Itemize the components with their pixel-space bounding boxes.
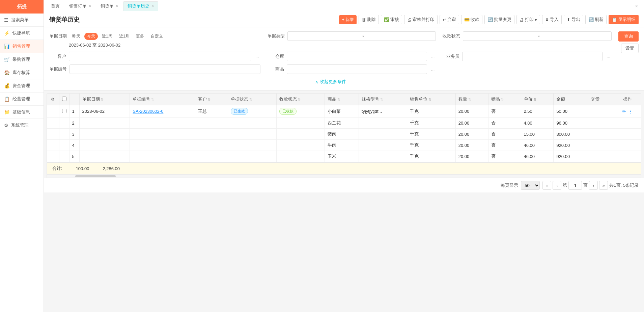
- td-amount-1: 50.00: [554, 105, 588, 118]
- td-doc-no-1[interactable]: SA-20230602-0: [130, 105, 195, 118]
- sidebar-item-purchase-mgmt[interactable]: 🛒 采购管理: [0, 53, 44, 66]
- setting-button[interactable]: 设置: [621, 44, 639, 53]
- sys-mgmt-icon: ⚙: [4, 123, 8, 128]
- td-check-1[interactable]: [59, 105, 69, 118]
- sidebar-item-sys-mgmt[interactable]: ⚙ 系统管理: [0, 119, 44, 132]
- pay-status-dropdown[interactable]: ▾: [463, 31, 612, 41]
- td-pay-status-2: [276, 118, 325, 129]
- tab-sales-order-label: 销售订单: [69, 3, 87, 9]
- approve-button[interactable]: ✅ 审核: [381, 15, 402, 24]
- td-doc-status-4: [228, 140, 277, 151]
- th-row-no: [69, 94, 79, 105]
- th-spec-label: 规格型号: [362, 96, 379, 102]
- batch-change-button[interactable]: 🔄 批量变更: [484, 15, 514, 24]
- th-spec[interactable]: 规格型号 ⇅: [359, 94, 407, 105]
- delete-label: 删除: [367, 17, 376, 23]
- th-gear[interactable]: ⚙: [47, 94, 59, 105]
- th-check[interactable]: [59, 94, 69, 105]
- goods-dots-button[interactable]: ...: [430, 67, 436, 72]
- display-detail-button[interactable]: 📋 显示明细: [609, 15, 639, 24]
- filter-row-1: 单据日期 昨天 今天 近1周 近1月 更多 自定义 单据类型: [49, 31, 612, 41]
- th-goods[interactable]: 商品 ⇅: [325, 94, 359, 105]
- table-row: 3 猪肉 千克 20.00 否 15.00 300.00: [47, 129, 641, 140]
- date-last7[interactable]: 近1周: [99, 33, 115, 40]
- sidebar-item-sales-mgmt[interactable]: 📊 销售管理: [0, 40, 44, 53]
- sidebar-item-search-menu[interactable]: ☰ 搜索菜单: [0, 14, 44, 27]
- page-last-button[interactable]: »: [599, 181, 608, 190]
- td-unit-2: 千克: [407, 118, 456, 129]
- customer-dots-button[interactable]: ...: [254, 54, 260, 59]
- sidebar-item-inventory[interactable]: 🏠 库存核算: [0, 66, 44, 79]
- row-checkbox-1[interactable]: [62, 109, 66, 113]
- tab-close-all[interactable]: ×: [635, 3, 641, 9]
- th-pay-status[interactable]: 收款状态 ⇅: [276, 94, 325, 105]
- pagination: 每页显示 50 100 200 « ‹ 第 页 › » 共1页, 5条记录: [44, 178, 644, 192]
- refresh-button[interactable]: 🔃 刷新: [585, 15, 607, 24]
- warehouse-input[interactable]: [287, 52, 427, 61]
- doc-no-link-1[interactable]: SA-20230602-0: [133, 109, 163, 114]
- salesperson-input[interactable]: [462, 52, 603, 61]
- sidebar-item-quick-nav[interactable]: ⚡ 快捷导航: [0, 27, 44, 40]
- th-customer[interactable]: 客户 ⇅: [195, 94, 228, 105]
- sidebar-item-finance-mgmt[interactable]: 💰 资金管理: [0, 79, 44, 93]
- page-prev-button[interactable]: ‹: [553, 181, 561, 190]
- tab-sales-order-close[interactable]: ×: [89, 4, 91, 8]
- td-gear-5: [47, 151, 59, 162]
- th-doc-date[interactable]: 单据日期 ⇅: [79, 94, 130, 105]
- print-button[interactable]: 🖨 打印 ▾: [516, 15, 540, 24]
- date-custom[interactable]: 自定义: [148, 33, 166, 40]
- tab-home[interactable]: 首页: [47, 1, 64, 11]
- tab-sales-history-close[interactable]: ×: [151, 4, 154, 8]
- page-number-input[interactable]: [568, 181, 582, 190]
- display-icon: 📋: [612, 17, 617, 22]
- batch-change-label: 批量变更: [494, 17, 511, 23]
- collapse-filters-button[interactable]: ∧ 收起更多条件: [49, 77, 612, 86]
- date-yesterday[interactable]: 昨天: [69, 33, 83, 40]
- more-icon-1[interactable]: ⋮: [628, 109, 633, 114]
- page-next-button[interactable]: ›: [589, 181, 598, 190]
- select-all-checkbox[interactable]: [62, 97, 66, 101]
- doc-status-badge-1: 已生效: [231, 108, 248, 115]
- tab-sales-history[interactable]: 销货单历史 ×: [123, 1, 158, 11]
- date-last30[interactable]: 近1月: [116, 33, 132, 40]
- th-doc-status[interactable]: 单据状态 ⇅: [228, 94, 277, 105]
- table-row: 4 牛肉 千克 20.00 否 46.00 920.00: [47, 140, 641, 151]
- td-doc-date-3: [79, 129, 130, 140]
- th-unit[interactable]: 销售单位 ⇅: [407, 94, 456, 105]
- search-menu-icon: ☰: [4, 17, 8, 23]
- tab-sales-goods[interactable]: 销货单 ×: [96, 1, 122, 11]
- th-customer-label: 客户: [198, 96, 207, 102]
- th-gift[interactable]: 赠品 ⇅: [488, 94, 521, 105]
- customer-input[interactable]: [69, 52, 251, 61]
- query-button[interactable]: 查询: [618, 31, 639, 42]
- td-goods-1: 小白菜: [325, 105, 359, 118]
- goods-input[interactable]: [287, 64, 427, 74]
- th-unit-price[interactable]: 单价 ⇅: [521, 94, 554, 105]
- approve-print-button[interactable]: 🖨 审核并打印: [404, 15, 438, 24]
- import-button[interactable]: ⬇ 导入: [542, 15, 562, 24]
- collect-button[interactable]: 💳 收款: [461, 15, 482, 24]
- abandon-button[interactable]: ↩ 弃审: [440, 15, 459, 24]
- export-button[interactable]: ⬆ 导出: [564, 15, 583, 24]
- th-doc-no[interactable]: 单据编号 ⇅: [130, 94, 195, 105]
- tab-sales-goods-close[interactable]: ×: [116, 4, 118, 8]
- page-first-button[interactable]: «: [542, 181, 551, 190]
- td-gear-4: [47, 140, 59, 151]
- edit-icon-1[interactable]: ✏: [622, 109, 626, 114]
- scrollbar-thumb[interactable]: [75, 175, 116, 177]
- warehouse-dots-button[interactable]: ...: [430, 54, 436, 59]
- doc-type-dropdown[interactable]: ▾: [287, 31, 436, 41]
- new-button[interactable]: + 新增: [339, 15, 357, 24]
- date-today[interactable]: 今天: [84, 33, 98, 40]
- tab-sales-order[interactable]: 销售订单 ×: [65, 1, 95, 11]
- sidebar-item-biz-mgmt[interactable]: 📋 经营管理: [0, 93, 44, 106]
- salesperson-dots-button[interactable]: ...: [605, 54, 612, 59]
- delete-button[interactable]: 🗑 删除: [359, 15, 379, 24]
- date-more[interactable]: 更多: [133, 33, 147, 40]
- th-qty[interactable]: 数量 ⇅: [455, 94, 488, 105]
- sidebar-item-basic-info[interactable]: 📁 基础信息: [0, 106, 44, 119]
- doc-no-input[interactable]: [69, 64, 260, 74]
- td-spec-3: [359, 129, 407, 140]
- per-page-select[interactable]: 50 100 200: [521, 181, 540, 190]
- th-qty-label: 数量: [458, 96, 467, 102]
